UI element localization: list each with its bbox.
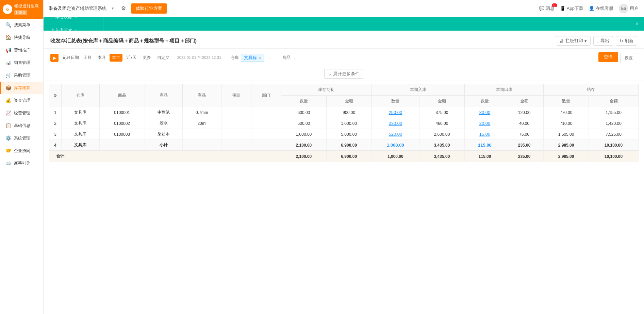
sidebar-item-quicknav[interactable]: 🏠 快捷导航 <box>0 31 43 44</box>
dropdown-arrow-icon: ▾ <box>584 38 587 44</box>
tab-close-inventory-dist[interactable]: × <box>97 1 99 6</box>
sidebar-label-search: 搜索菜单 <box>14 22 30 28</box>
row-no-3: 4 <box>49 140 62 151</box>
table-settings-header[interactable]: ⚙ <box>49 84 62 107</box>
sidebar-icon-business: 📈 <box>5 110 11 116</box>
row-warehouse-2: 文具库 <box>62 129 100 140</box>
refresh-button[interactable]: ↻ 刷新 <box>616 36 637 46</box>
expand-more-button[interactable]: ⌄ 展开更多条件 <box>324 69 363 79</box>
row-out-amt-1: 40.00 <box>505 118 544 129</box>
in-amount-header: 金额 <box>419 96 465 107</box>
filter-collapse-button[interactable]: ▶ <box>50 54 59 62</box>
sidebar-item-basicinfo[interactable]: 📋 基础信息 <box>0 119 43 132</box>
date-btn-上月[interactable]: 上月 <box>81 54 94 62</box>
settings-icon[interactable]: ⚙ <box>119 4 128 13</box>
date-filter-label: 记账日期 <box>63 55 79 61</box>
balance-group-header: 结存 <box>544 84 639 96</box>
row-bal-amt-1: 1,420.00 <box>589 118 639 129</box>
footer-total-row: 合计 2,100.00 6,900.00 1,000.00 3,435.00 1… <box>49 151 639 162</box>
sidebar-icon-finance: 💰 <box>5 98 11 103</box>
goods-spec-column-header: 商品 <box>183 84 221 107</box>
avatar: Ea <box>619 4 628 13</box>
in-qty-link-2[interactable]: 520.00 <box>389 132 402 137</box>
export-button[interactable]: ↓ 导出 <box>593 36 613 46</box>
sidebar-item-business[interactable]: 📈 经营管理 <box>0 107 43 119</box>
messages-button[interactable]: 💬 消息 6 <box>539 5 555 12</box>
in-qty-link-3[interactable]: 1,000.00 <box>387 143 404 148</box>
sidebar-item-finance[interactable]: 💰 资金管理 <box>0 94 43 107</box>
out-qty-link-3[interactable]: 115.00 <box>478 143 492 148</box>
sidebar-item-inventory[interactable]: 📦 库存核算 <box>0 82 43 94</box>
row-bal-qty-0: 770.00 <box>544 107 589 118</box>
row-warehouse-1: 文具库 <box>62 118 100 129</box>
tab-bar: 首页现存量（库存分布表）×库存批次账×出入库流水×出入库汇总×收发存汇总表× × <box>44 17 644 31</box>
department-column-header: 部门 <box>251 84 281 107</box>
warehouse-tag: 文具库 × <box>241 54 264 62</box>
out-qty-link-2[interactable]: 15.00 <box>479 132 491 137</box>
in-qty-link-0[interactable]: 250.00 <box>389 110 402 115</box>
row-opening-qty-1: 500.00 <box>281 118 327 129</box>
sidebar-item-sales[interactable]: 📊 销售管理 <box>0 56 43 69</box>
download-icon: 📱 <box>560 6 565 11</box>
out-qty-link-0[interactable]: 80.00 <box>479 110 491 115</box>
row-in-qty-3: 1,000.00 <box>371 140 419 151</box>
date-btn-更多[interactable]: 更多 <box>141 54 153 62</box>
row-name-1: 胶水 <box>145 118 183 129</box>
trial-button[interactable]: 体验行业方案 <box>131 3 167 14</box>
row-spec-3 <box>183 140 221 151</box>
row-in-amt-1: 460.00 <box>419 118 465 129</box>
date-btn-自定义[interactable]: 自定义 <box>155 54 172 62</box>
sidebar-icon-purchase: 🛒 <box>5 72 11 78</box>
sidebar-item-search[interactable]: 🔍 搜索菜单 <box>0 19 43 31</box>
logo-icon: 6 <box>3 4 12 14</box>
opening-amount-header: 金额 <box>326 96 371 107</box>
balance-qty-header: 数量 <box>544 96 589 107</box>
tab-batch-account[interactable]: 库存批次账× <box>46 10 103 24</box>
row-in-amt-0: 375.00 <box>419 107 465 118</box>
print-icon: 🖨 <box>560 38 564 44</box>
template-print-button[interactable]: 🖨 拦板打印 ▾ <box>556 36 591 46</box>
content-area: 收发存汇总表(按仓库＋商品编码＋商品＋规格型号＋项目＋部门) 🖨 拦板打印 ▾ … <box>44 31 644 314</box>
top-header: 装备及固定资产辅助管理系统 ▾ ⚙ 体验行业方案 💬 消息 6 📱 App下载 … <box>44 0 644 17</box>
system-dropdown-icon[interactable]: ▾ <box>109 5 116 12</box>
warehouse-tag-close-icon[interactable]: × <box>259 55 261 60</box>
header-left: 装备及固定资产辅助管理系统 ▾ ⚙ 体验行业方案 <box>49 3 539 14</box>
row-project-3 <box>221 140 251 151</box>
row-project-2 <box>221 129 251 140</box>
opening-group-header: 库存期初 <box>281 84 372 96</box>
table-row-1: 2 文具库 0100002 胶水 20ml 500.00 1,000.00 23… <box>49 118 639 129</box>
app-download-button[interactable]: 📱 App下载 <box>560 5 583 12</box>
tab-close-batch-account[interactable]: × <box>75 15 77 19</box>
in-qty-link-1[interactable]: 230.00 <box>389 121 402 126</box>
out-amount-header: 金额 <box>505 96 544 107</box>
goods-more-icon[interactable]: ... <box>293 55 299 60</box>
query-button[interactable]: 查询 <box>598 52 618 62</box>
warehouse-column-header: 仓库 <box>62 84 100 107</box>
date-btn-近7天[interactable]: 近7天 <box>124 54 139 62</box>
user-button[interactable]: Ea 用户 <box>619 4 639 13</box>
out-qty-link-1[interactable]: 20.00 <box>479 121 491 126</box>
goods-filter-label: 商品 <box>282 55 291 61</box>
sidebar-item-cooperation[interactable]: 🤝 企业协同 <box>0 145 43 157</box>
tab-bar-close-icon[interactable]: × <box>633 21 641 27</box>
online-service-button[interactable]: 👤 在线客服 <box>589 5 613 12</box>
row-out-amt-0: 120.00 <box>505 107 544 118</box>
table-row-2: 3 文具库 0100003 采访本 1,000.00 5,000.00 520.… <box>49 129 639 140</box>
date-btn-本月[interactable]: 本月 <box>95 54 108 62</box>
in-qty-header: 数量 <box>371 96 419 107</box>
filter-setting-button[interactable]: 设置 <box>620 53 637 63</box>
sidebar-item-system[interactable]: ⚙️ 系统管理 <box>0 132 43 145</box>
tab-inventory-dist[interactable]: 现存量（库存分布表）× <box>46 0 103 10</box>
sidebar-item-marketing[interactable]: 📢 营销推广 <box>0 44 43 56</box>
tab-label-inventory-dist: 现存量（库存分布表） <box>50 0 95 6</box>
row-bal-amt-2: 7,525.00 <box>589 129 639 140</box>
sidebar-item-guide[interactable]: 📖 新手引导 <box>0 157 43 170</box>
main-content: 装备及固定资产辅助管理系统 ▾ ⚙ 体验行业方案 💬 消息 6 📱 App下载 … <box>44 0 644 314</box>
row-spec-0: 0.7mm <box>183 107 221 118</box>
goods-name-column-header: 商品 <box>145 84 183 107</box>
sidebar-item-purchase[interactable]: 🛒 采购管理 <box>0 69 43 82</box>
row-dept-2 <box>251 129 281 140</box>
warehouse-more-icon[interactable]: ... <box>266 55 273 60</box>
date-btn-本年[interactable]: 本年 <box>110 54 122 62</box>
row-warehouse-3: 文具库 <box>62 140 100 151</box>
